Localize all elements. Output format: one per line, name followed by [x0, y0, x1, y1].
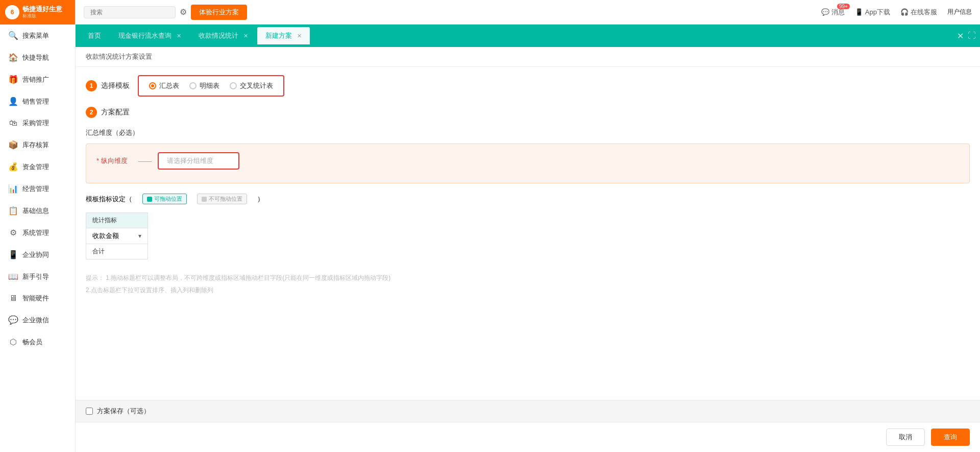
sidebar-item-label: 系统管理	[22, 228, 49, 237]
sidebar-item-label: 搜索菜单	[22, 31, 49, 40]
content-area: 收款情况统计方案设置 1 选择模板 汇总表 明细表	[76, 47, 980, 452]
notification-button[interactable]: 💬 消息 99+	[821, 8, 845, 17]
dimension-arrow: ——	[138, 157, 152, 165]
sidebar-item-beginner[interactable]: 📖 新手引导	[0, 266, 75, 288]
radio-detail-label: 明细表	[200, 81, 219, 90]
sidebar-item-operations[interactable]: 📊 经营管理	[0, 178, 75, 200]
tab-bank-query-close[interactable]: ✕	[177, 33, 181, 39]
tab-bank-query[interactable]: 现金银行流水查询 ✕	[110, 27, 189, 44]
save-checkbox[interactable]	[86, 408, 93, 415]
gift-icon: 🎁	[8, 75, 18, 84]
dimension-row: * 纵向维度 —— 请选择分组维度	[96, 152, 959, 170]
tab-home-label: 首页	[88, 31, 101, 40]
trial-button[interactable]: 体验行业方案	[191, 5, 247, 20]
box-icon: 📦	[8, 140, 18, 150]
settings-icon[interactable]: ⚙	[180, 7, 187, 17]
book-icon: 📖	[8, 272, 18, 281]
radio-cross[interactable]: 交叉统计表	[230, 81, 273, 90]
tab-receipt-stats[interactable]: 收款情况统计 ✕	[190, 27, 256, 44]
sidebar-item-enterprise-wechat[interactable]: 💬 企业微信	[0, 309, 75, 331]
clipboard-icon: 📋	[8, 206, 18, 216]
sidebar-item-smart-hardware[interactable]: 🖥 智能硬件	[0, 288, 75, 309]
sidebar-item-marketing[interactable]: 🎁 营销推广	[0, 68, 75, 90]
sidebar-item-enterprise-collab[interactable]: 📱 企业协同	[0, 244, 75, 266]
sidebar-item-finance[interactable]: 💰 资金管理	[0, 156, 75, 178]
user-info: 用户信息	[947, 8, 972, 16]
tab-home[interactable]: 首页	[80, 27, 109, 44]
download-button[interactable]: 📱 App下载	[855, 8, 890, 17]
logo-icon: 6	[5, 5, 19, 19]
maximize-icon[interactable]: ⛶	[968, 31, 976, 40]
step1-number: 1	[86, 80, 97, 91]
support-label: 在线客服	[911, 8, 937, 17]
tab-new-plan-label: 新建方案	[265, 31, 292, 40]
tab-new-plan[interactable]: 新建方案 ✕	[257, 27, 310, 44]
page-title-bar: 收款情况统计方案设置	[76, 47, 980, 67]
monitor-icon: 🖥	[8, 294, 18, 303]
bag-icon: 🛍	[8, 118, 18, 128]
sidebar-item-label: 智能硬件	[22, 294, 49, 303]
tab-new-plan-close[interactable]: ✕	[297, 33, 302, 39]
page-title: 收款情况统计方案设置	[86, 53, 152, 60]
stat-table-row1[interactable]: 收款金额 ▾	[86, 228, 148, 244]
sidebar-item-label: 企业协同	[22, 250, 49, 259]
stat-table: 统计指标 收款金额 ▾ 合计	[86, 212, 148, 259]
sidebar-item-label: 采购管理	[22, 118, 49, 128]
row2-label: 合计	[92, 248, 105, 255]
radio-summary[interactable]: 汇总表	[149, 81, 179, 90]
step1-label: 选择模板	[101, 81, 130, 90]
sidebar-logo: 6 畅捷通好生意 标准版	[0, 0, 75, 25]
sidebar-item-basic-info[interactable]: 📋 基础信息	[0, 200, 75, 222]
sidebar-item-label: 销售管理	[22, 97, 49, 106]
radio-detail[interactable]: 明细表	[189, 81, 219, 90]
movable-color	[147, 197, 152, 202]
sidebar-item-label: 企业微信	[22, 316, 49, 325]
close-window-icon[interactable]: ✕	[957, 31, 964, 41]
unmovable-label: 不可拖动位置	[209, 195, 242, 203]
template-radio-group: 汇总表 明细表 交叉统计表	[149, 81, 273, 90]
chevron-down-icon[interactable]: ▾	[138, 232, 141, 240]
sidebar-item-label: 经营管理	[22, 184, 49, 194]
chat-icon: 💬	[8, 315, 18, 325]
vertical-dimension-label: * 纵向维度	[96, 156, 132, 165]
template-selection-box: 汇总表 明细表 交叉统计表	[138, 75, 284, 97]
sidebar-item-quick-nav[interactable]: 🏠 快捷导航	[0, 46, 75, 68]
phone-icon: 📱	[8, 250, 18, 259]
search-input[interactable]	[84, 6, 176, 18]
step2-number: 2	[86, 107, 97, 118]
save-section: 方案保存（可选）	[76, 400, 980, 422]
tab-bank-query-label: 现金银行流水查询	[118, 31, 172, 40]
unmovable-color	[202, 197, 207, 202]
sidebar-item-label: 快捷导航	[22, 53, 49, 62]
form-section: 1 选择模板 汇总表 明细表 交叉统计表	[76, 67, 980, 400]
stat-table-header: 统计指标	[86, 213, 148, 228]
radio-detail-circle	[189, 82, 197, 89]
radio-summary-label: 汇总表	[159, 81, 179, 90]
tab-receipt-stats-label: 收款情况统计	[199, 31, 238, 40]
user-icon: 👤	[8, 97, 18, 106]
row1-label: 收款金额	[92, 231, 119, 241]
sidebar-item-search[interactable]: 🔍 搜索菜单	[0, 25, 75, 46]
sidebar-item-system[interactable]: ⚙ 系统管理	[0, 222, 75, 244]
tip-line1: 提示： 1.拖动标题栏可以调整布局，不可跨维度或指标区域拖动栏目字段(只能在同一…	[86, 272, 970, 284]
search-icon: 🔍	[8, 31, 18, 40]
tab-receipt-stats-close[interactable]: ✕	[243, 33, 248, 39]
sidebar: 6 畅捷通好生意 标准版 🔍 搜索菜单 🏠 快捷导航 🎁 营销推广 👤 销售管理…	[0, 0, 76, 452]
query-button[interactable]: 查询	[931, 429, 970, 446]
cancel-button[interactable]: 取消	[886, 429, 925, 446]
sidebar-item-member[interactable]: ⬡ 畅会员	[0, 331, 75, 353]
dimension-select[interactable]: 请选择分组维度	[158, 152, 239, 170]
sidebar-nav: 🔍 搜索菜单 🏠 快捷导航 🎁 营销推广 👤 销售管理 🛍 采购管理 📦 库存核…	[0, 25, 75, 452]
support-button[interactable]: 🎧 在线客服	[900, 8, 937, 17]
sidebar-item-label: 新手引导	[22, 272, 49, 281]
sidebar-item-purchase[interactable]: 🛍 采购管理	[0, 112, 75, 134]
sidebar-item-inventory[interactable]: 📦 库存核算	[0, 134, 75, 156]
indicator-settings: 模板指标设定（ 可拖动位置 不可拖动位置 ） 统计指标	[86, 194, 970, 259]
sidebar-item-sales[interactable]: 👤 销售管理	[0, 90, 75, 112]
notification-badge: 99+	[837, 4, 850, 9]
dimension-placeholder: 请选择分组维度	[167, 157, 213, 164]
main-area: ⚙ 体验行业方案 💬 消息 99+ 📱 App下载 🎧 在线客服 用户信息 首页	[76, 0, 980, 452]
indicator-label-row: 模板指标设定（ 可拖动位置 不可拖动位置 ）	[86, 194, 970, 204]
gear-icon: ⚙	[8, 228, 18, 237]
sidebar-item-label: 库存核算	[22, 140, 49, 150]
